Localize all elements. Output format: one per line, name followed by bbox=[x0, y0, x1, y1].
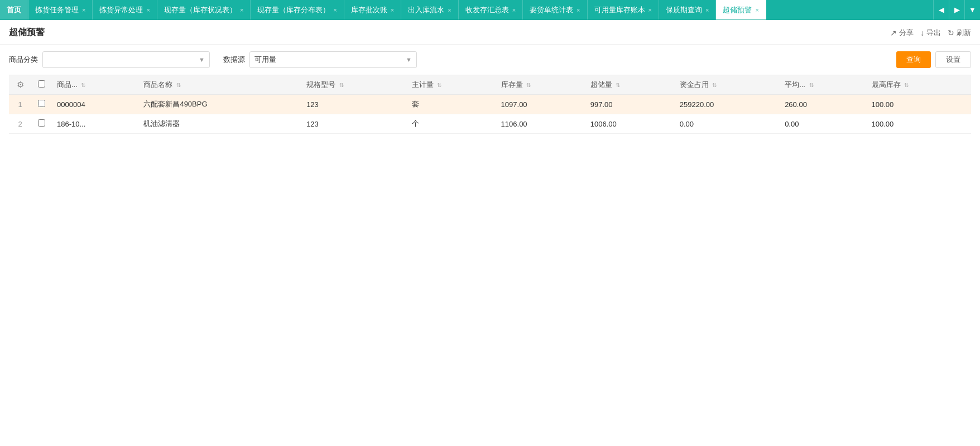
row-max-stock-1: 100.00 bbox=[866, 114, 971, 134]
refresh-icon: ↻ bbox=[948, 28, 954, 37]
share-button[interactable]: ↗ 分享 bbox=[890, 28, 914, 38]
setting-button[interactable]: 设置 bbox=[935, 51, 971, 68]
sort-overstock-icon: ⇅ bbox=[616, 82, 620, 88]
table-body: 1 0000004 六配套新昌490BPG 123 套 1097.00 997.… bbox=[9, 95, 971, 134]
filter-area: 商品分类 ▼ 数据源 可用量 ▼ 查询 设置 bbox=[0, 45, 980, 75]
nav-tab-close-7[interactable]: × bbox=[577, 7, 580, 13]
nav-tab-close-3[interactable]: × bbox=[333, 7, 337, 13]
col-overstock[interactable]: 超储量 ⇅ bbox=[585, 75, 674, 95]
nav-tab-7[interactable]: 要货单统计表× bbox=[523, 0, 587, 20]
row-max-stock-0: 100.00 bbox=[866, 95, 971, 114]
col-spec[interactable]: 规格型号 ⇅ bbox=[301, 75, 406, 95]
sort-spec-icon: ⇅ bbox=[339, 82, 344, 88]
row-select-0[interactable] bbox=[38, 100, 45, 107]
nav-prev-arrow[interactable]: ◀ bbox=[933, 0, 949, 20]
nav-tab-label-3: 现存量（库存分布表） bbox=[257, 5, 330, 15]
nav-next-arrow[interactable]: ▶ bbox=[949, 0, 964, 20]
page-wrapper: 超储预警 ↗ 分享 ↓ 导出 ↻ 刷新 商品分类 ▼ 数据源 bbox=[0, 20, 980, 446]
refresh-button[interactable]: ↻ 刷新 bbox=[948, 28, 971, 38]
nav-tab-close-4[interactable]: × bbox=[391, 7, 394, 13]
col-max-stock[interactable]: 最高库存 ⇅ bbox=[866, 75, 971, 95]
nav-menu-arrow[interactable]: ▼ bbox=[964, 0, 980, 20]
data-source-select[interactable]: 可用量 ▼ bbox=[249, 51, 417, 68]
nav-tab-close-10[interactable]: × bbox=[755, 7, 758, 13]
nav-tab-4[interactable]: 库存批次账× bbox=[344, 0, 401, 20]
sort-stock-icon: ⇅ bbox=[526, 82, 531, 88]
nav-tab-close-9[interactable]: × bbox=[705, 7, 709, 13]
table-row: 2 186-10... 机油滤清器 123 个 1106.00 1006.00 … bbox=[9, 114, 971, 134]
nav-tabs: 拣货任务管理×拣货异常处理×现存量（库存状况表）×现存量（库存分布表）×库存批次… bbox=[28, 0, 933, 20]
sort-product-name-icon: ⇅ bbox=[176, 82, 181, 88]
row-stock-0: 1097.00 bbox=[496, 95, 585, 114]
data-source-value: 可用量 bbox=[254, 55, 276, 65]
col-product-name[interactable]: 商品名称 ⇅ bbox=[138, 75, 301, 95]
row-capital-0: 259220.00 bbox=[674, 95, 779, 114]
nav-tab-close-1[interactable]: × bbox=[146, 7, 150, 13]
row-overstock-0: 997.00 bbox=[585, 95, 674, 114]
row-unit-1: 个 bbox=[406, 114, 496, 134]
data-source-label: 数据源 bbox=[223, 55, 245, 65]
col-unit[interactable]: 主计量 ⇅ bbox=[406, 75, 496, 95]
select-all-checkbox[interactable] bbox=[38, 80, 45, 88]
col-stock[interactable]: 库存量 ⇅ bbox=[496, 75, 585, 95]
col-settings[interactable]: ⚙ bbox=[9, 75, 31, 95]
data-table: ⚙ 商品... ⇅ 商品名称 ⇅ 规格型号 ⇅ bbox=[9, 75, 971, 134]
nav-tab-close-0[interactable]: × bbox=[82, 7, 85, 13]
nav-tab-5[interactable]: 出入库流水× bbox=[401, 0, 458, 20]
nav-tab-label-9: 保质期查询 bbox=[666, 5, 702, 15]
data-source-group: 数据源 可用量 ▼ bbox=[223, 51, 417, 68]
nav-tab-2[interactable]: 现存量（库存状况表）× bbox=[157, 0, 251, 20]
product-category-select[interactable]: ▼ bbox=[42, 51, 210, 68]
col-avg[interactable]: 平均... ⇅ bbox=[779, 75, 866, 95]
nav-bar: 首页 拣货任务管理×拣货异常处理×现存量（库存状况表）×现存量（库存分布表）×库… bbox=[0, 0, 980, 20]
sort-unit-icon: ⇅ bbox=[437, 82, 441, 88]
header-actions: ↗ 分享 ↓ 导出 ↻ 刷新 bbox=[890, 28, 971, 38]
table-row: 1 0000004 六配套新昌490BPG 123 套 1097.00 997.… bbox=[9, 95, 971, 114]
nav-tab-3[interactable]: 现存量（库存分布表）× bbox=[251, 0, 344, 20]
export-icon: ↓ bbox=[920, 28, 924, 37]
filter-actions: 查询 设置 bbox=[896, 51, 971, 68]
col-checkbox bbox=[31, 75, 51, 95]
nav-tab-close-2[interactable]: × bbox=[240, 7, 243, 13]
nav-tab-0[interactable]: 拣货任务管理× bbox=[28, 0, 93, 20]
query-button[interactable]: 查询 bbox=[896, 51, 931, 68]
nav-home[interactable]: 首页 bbox=[0, 0, 28, 20]
row-avg-1: 0.00 bbox=[779, 114, 866, 134]
nav-tab-9[interactable]: 保质期查询× bbox=[659, 0, 716, 20]
row-checkbox-0 bbox=[31, 95, 51, 114]
nav-tab-1[interactable]: 拣货异常处理× bbox=[93, 0, 157, 20]
row-unit-0: 套 bbox=[406, 95, 496, 114]
row-capital-1: 0.00 bbox=[674, 114, 779, 134]
nav-tab-label-0: 拣货任务管理 bbox=[35, 5, 79, 15]
row-overstock-1: 1006.00 bbox=[585, 114, 674, 134]
product-category-label: 商品分类 bbox=[9, 55, 38, 65]
row-stock-1: 1106.00 bbox=[496, 114, 585, 134]
row-checkbox-1 bbox=[31, 114, 51, 134]
row-avg-0: 260.00 bbox=[779, 95, 866, 114]
data-source-arrow-icon: ▼ bbox=[406, 56, 412, 63]
page-title: 超储预警 bbox=[9, 27, 45, 38]
sort-capital-icon: ⇅ bbox=[712, 82, 717, 88]
nav-tab-label-8: 可用量库存账本 bbox=[594, 5, 645, 15]
row-num-0: 1 bbox=[9, 95, 31, 114]
gear-icon[interactable]: ⚙ bbox=[17, 80, 24, 90]
nav-arrows: ◀ ▶ ▼ bbox=[933, 0, 980, 20]
nav-tab-label-6: 收发存汇总表 bbox=[465, 5, 509, 15]
row-select-1[interactable] bbox=[38, 119, 45, 127]
nav-tab-6[interactable]: 收发存汇总表× bbox=[459, 0, 523, 20]
export-button[interactable]: ↓ 导出 bbox=[920, 28, 941, 38]
nav-tab-close-5[interactable]: × bbox=[448, 7, 451, 13]
col-capital[interactable]: 资金占用 ⇅ bbox=[674, 75, 779, 95]
nav-tab-close-6[interactable]: × bbox=[512, 7, 516, 13]
row-product-code-1: 186-10... bbox=[51, 114, 138, 134]
table-wrapper: ⚙ 商品... ⇅ 商品名称 ⇅ 规格型号 ⇅ bbox=[0, 75, 980, 134]
nav-tab-label-10: 超储预警 bbox=[723, 5, 752, 15]
nav-tab-10[interactable]: 超储预警× bbox=[716, 0, 766, 20]
sort-product-code-icon: ⇅ bbox=[81, 82, 85, 88]
row-spec-0: 123 bbox=[301, 95, 406, 114]
share-icon: ↗ bbox=[890, 28, 897, 37]
nav-tab-label-2: 现存量（库存状况表） bbox=[164, 5, 237, 15]
nav-tab-close-8[interactable]: × bbox=[648, 7, 652, 13]
col-product-code[interactable]: 商品... ⇅ bbox=[51, 75, 138, 95]
nav-tab-8[interactable]: 可用量库存账本× bbox=[588, 0, 659, 20]
